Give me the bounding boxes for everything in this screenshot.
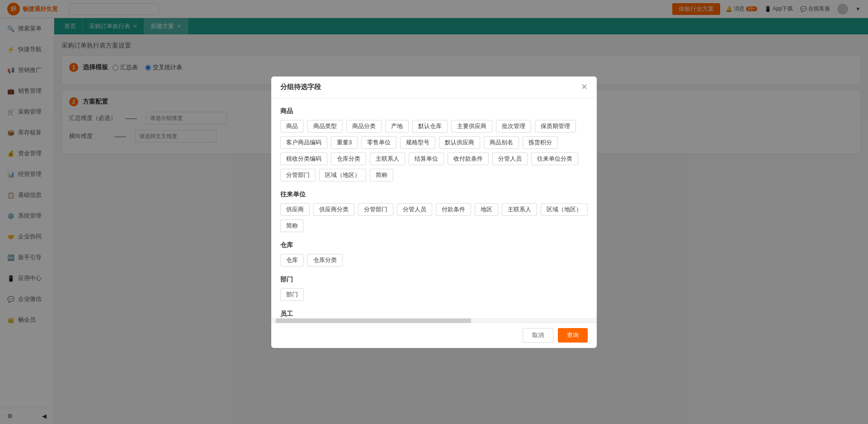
field-tag-简称[interactable]: 简称 xyxy=(370,169,393,181)
field-tag-区域（地区）[interactable]: 区域（地区） xyxy=(541,203,588,216)
section-employee: 员工业务员 xyxy=(280,310,588,318)
field-tag-地区[interactable]: 地区 xyxy=(475,203,498,216)
field-tag-拣货积分[interactable]: 拣货积分 xyxy=(523,136,558,149)
field-tag-批次管理[interactable]: 批次管理 xyxy=(496,120,531,133)
field-tag-分管人员[interactable]: 分管人员 xyxy=(397,203,432,216)
field-tag-主联系人[interactable]: 主联系人 xyxy=(502,203,537,216)
field-tag-主联系人[interactable]: 主联系人 xyxy=(370,152,405,165)
field-tag-分管人员[interactable]: 分管人员 xyxy=(492,152,528,165)
field-tag-结算单位[interactable]: 结算单位 xyxy=(409,152,444,165)
field-tag-往来单位分类[interactable]: 往来单位分类 xyxy=(531,152,578,165)
field-tag-分管部门[interactable]: 分管部门 xyxy=(358,203,393,216)
modal-title: 分组待选字段 xyxy=(280,83,321,91)
field-tag-收付款条件[interactable]: 收付款条件 xyxy=(448,152,489,165)
section-title-partner: 往来单位 xyxy=(280,191,588,199)
field-tag-供应商[interactable]: 供应商 xyxy=(280,203,310,216)
field-tags-warehouse: 仓库仓库分类 xyxy=(280,254,588,267)
hscroll-thumb xyxy=(276,319,471,323)
field-tag-客户商品编码[interactable]: 客户商品编码 xyxy=(280,136,327,149)
confirm-button[interactable]: 查询 xyxy=(558,328,588,343)
section-title-department: 部门 xyxy=(280,276,588,284)
section-goods: 商品商品商品类型商品分类产地默认仓库主要供应商批次管理保质期管理客户商品编码重量… xyxy=(280,107,588,181)
field-tag-税收分类编码[interactable]: 税收分类编码 xyxy=(280,152,327,165)
field-select-modal: 分组待选字段 ✕ 商品商品商品类型商品分类产地默认仓库主要供应商批次管理保质期管… xyxy=(271,76,597,348)
field-tag-产地[interactable]: 产地 xyxy=(385,120,409,133)
field-tag-部门[interactable]: 部门 xyxy=(280,288,304,301)
section-title-goods: 商品 xyxy=(280,107,588,115)
section-title-employee: 员工 xyxy=(280,310,588,318)
field-tag-保质期管理[interactable]: 保质期管理 xyxy=(535,120,576,133)
field-tag-重量3[interactable]: 重量3 xyxy=(331,136,358,149)
field-tag-默认仓库[interactable]: 默认仓库 xyxy=(412,120,448,133)
section-warehouse: 仓库仓库仓库分类 xyxy=(280,241,588,267)
field-tag-仓库分类[interactable]: 仓库分类 xyxy=(307,254,343,267)
modal-body: 商品商品商品类型商品分类产地默认仓库主要供应商批次管理保质期管理客户商品编码重量… xyxy=(271,98,597,318)
modal-header: 分组待选字段 ✕ xyxy=(271,76,597,98)
modal-footer: 取消 查询 xyxy=(271,323,597,348)
field-tag-规格型号[interactable]: 规格型号 xyxy=(400,136,435,149)
section-department: 部门部门 xyxy=(280,276,588,301)
field-tag-仓库[interactable]: 仓库 xyxy=(280,254,304,267)
field-tag-零售单位[interactable]: 零售单位 xyxy=(361,136,396,149)
modal-close-btn[interactable]: ✕ xyxy=(581,83,588,91)
section-title-warehouse: 仓库 xyxy=(280,241,588,249)
field-tags-department: 部门 xyxy=(280,288,588,301)
field-tag-区域（地区）[interactable]: 区域（地区） xyxy=(319,169,366,181)
field-tag-商品别名[interactable]: 商品别名 xyxy=(484,136,519,149)
field-tags-goods: 商品商品类型商品分类产地默认仓库主要供应商批次管理保质期管理客户商品编码重量3零… xyxy=(280,120,588,181)
modal-overlay: 分组待选字段 ✕ 商品商品商品类型商品分类产地默认仓库主要供应商批次管理保质期管… xyxy=(0,0,868,424)
modal-hscroll[interactable] xyxy=(271,318,597,323)
field-tag-商品[interactable]: 商品 xyxy=(280,120,304,133)
field-tags-partner: 供应商供应商分类分管部门分管人员付款条件地区主联系人区域（地区）简称 xyxy=(280,203,588,232)
field-tag-商品类型[interactable]: 商品类型 xyxy=(307,120,343,133)
field-tag-分管部门[interactable]: 分管部门 xyxy=(280,169,316,181)
field-tag-付款条件[interactable]: 付款条件 xyxy=(436,203,471,216)
cancel-button[interactable]: 取消 xyxy=(523,328,553,343)
field-tag-供应商分类[interactable]: 供应商分类 xyxy=(313,203,354,216)
field-tag-默认供应商[interactable]: 默认供应商 xyxy=(439,136,480,149)
field-tag-主要供应商[interactable]: 主要供应商 xyxy=(451,120,492,133)
section-partner: 往来单位供应商供应商分类分管部门分管人员付款条件地区主联系人区域（地区）简称 xyxy=(280,191,588,232)
field-tag-仓库分类[interactable]: 仓库分类 xyxy=(331,152,366,165)
field-tag-简称[interactable]: 简称 xyxy=(280,219,304,232)
field-tag-商品分类[interactable]: 商品分类 xyxy=(346,120,382,133)
